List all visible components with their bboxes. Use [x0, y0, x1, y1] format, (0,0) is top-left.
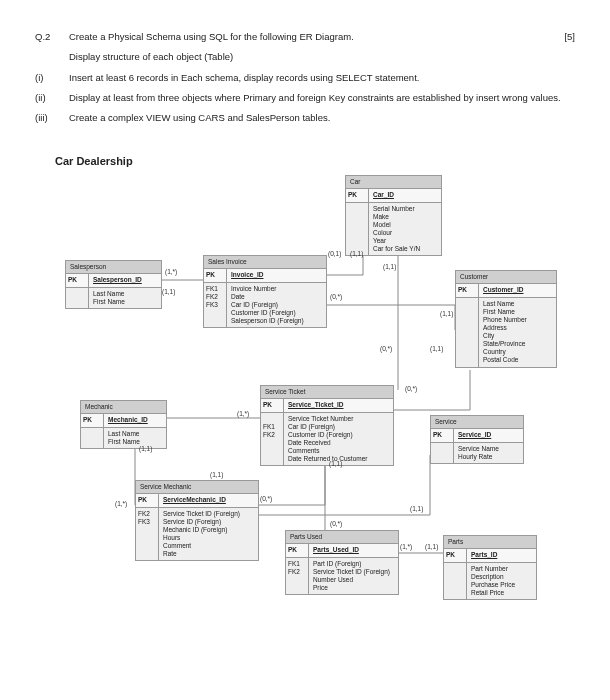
- er-diagram: Car Dealership Car PKCar_ID Serial Numbe…: [35, 155, 575, 585]
- entity-mechanic: Mechanic PKMechanic_ID Last Name First N…: [80, 400, 167, 449]
- entity-title: Car: [346, 176, 441, 189]
- entity-serviceticket: Service Ticket PKService_Ticket_ID FK1 F…: [260, 385, 394, 466]
- cardinality: (1,*): [115, 500, 127, 507]
- entity-title: Parts: [444, 536, 536, 549]
- cardinality: (0,*): [330, 293, 342, 300]
- question-marks: [5]: [564, 30, 575, 44]
- entity-title: Service Mechanic: [136, 481, 258, 494]
- cardinality: (0,*): [380, 345, 392, 352]
- question-iii: Create a complex VIEW using CARS and Sal…: [69, 111, 575, 125]
- cardinality: (1,1): [329, 460, 342, 467]
- entity-parts: Parts PKParts_ID Part Number Description…: [443, 535, 537, 600]
- cardinality: (1,*): [237, 410, 249, 417]
- cardinality: (0,1): [328, 250, 341, 257]
- entity-service: Service PKService_ID Service Name Hourly…: [430, 415, 524, 464]
- cardinality: (1,1): [350, 250, 363, 257]
- question-number: Q.2: [35, 30, 69, 44]
- question-ii-label: (ii): [35, 91, 69, 105]
- diagram-wires: [35, 155, 595, 585]
- cardinality: (1,*): [400, 543, 412, 550]
- entity-title: Salesperson: [66, 261, 161, 274]
- question-i-label: (i): [35, 71, 69, 85]
- entity-title: Service: [431, 416, 523, 429]
- entity-partsused: Parts Used PKParts_Used_ID FK1 FK2Part I…: [285, 530, 399, 595]
- cardinality: (1,1): [210, 471, 223, 478]
- entity-title: Sales Invoice: [204, 256, 326, 269]
- cardinality: (1,1): [410, 505, 423, 512]
- entity-title: Service Ticket: [261, 386, 393, 399]
- cardinality: (1,1): [383, 263, 396, 270]
- question-ii: Display at least from three objects wher…: [69, 91, 575, 105]
- cardinality: (0,*): [405, 385, 417, 392]
- cardinality: (1,1): [139, 445, 152, 452]
- cardinality: (0,*): [330, 520, 342, 527]
- cardinality: (1,1): [425, 543, 438, 550]
- entity-title: Parts Used: [286, 531, 398, 544]
- question-main: Create a Physical Schema using SQL for t…: [69, 30, 554, 44]
- cardinality: (1,1): [162, 288, 175, 295]
- entity-salesinvoice: Sales Invoice PKInvoice_ID FK1 FK2 FK3In…: [203, 255, 327, 328]
- cardinality: (0,*): [260, 495, 272, 502]
- question-iii-label: (iii): [35, 111, 69, 125]
- entity-salesperson: Salesperson PKSalesperson_ID Last Name F…: [65, 260, 162, 309]
- entity-customer: Customer PKCustomer_ID Last Name First N…: [455, 270, 557, 367]
- question-block: Q.2 Create a Physical Schema using SQL f…: [35, 30, 575, 125]
- entity-servicemechanic: Service Mechanic PKServiceMechanic_ID FK…: [135, 480, 259, 561]
- cardinality: (1,1): [440, 310, 453, 317]
- question-sub0: Display structure of each object (Table): [69, 50, 575, 64]
- cardinality: (1,*): [165, 268, 177, 275]
- entity-car: Car PKCar_ID Serial Number Make Model Co…: [345, 175, 442, 256]
- question-i: Insert at least 6 records in Each schema…: [69, 71, 575, 85]
- entity-title: Customer: [456, 271, 556, 284]
- cardinality: (1,1): [430, 345, 443, 352]
- entity-title: Mechanic: [81, 401, 166, 414]
